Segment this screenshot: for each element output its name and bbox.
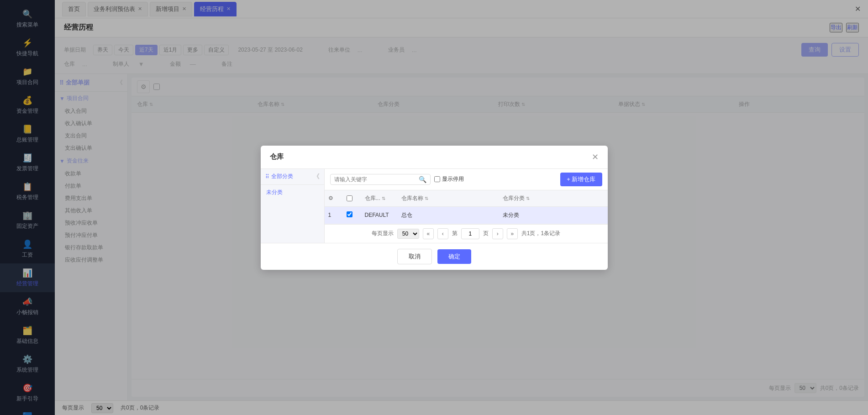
row-checkbox [347, 211, 365, 219]
modal-page-size-select[interactable]: 50 [397, 229, 419, 239]
row-category: 未分类 [503, 211, 604, 219]
sort-icon-modal-cat: ⇅ [526, 196, 530, 201]
modal-page-size-label: 每页显示 [372, 230, 394, 237]
modal-header: 仓库 ✕ [261, 146, 608, 169]
first-page-btn[interactable]: « [423, 228, 434, 239]
modal-col-gear: ⚙ [328, 195, 347, 201]
modal-table: ⚙ 仓库... ⇅ 仓库名称 ⇅ [325, 190, 608, 224]
modal-col-id: 仓库... ⇅ [365, 194, 401, 202]
modal-pagination-total: 共1页，1条记录 [521, 230, 560, 237]
modal-search-input[interactable] [334, 174, 417, 184]
modal-table-head: ⚙ 仓库... ⇅ 仓库名称 ⇅ [325, 190, 608, 207]
modal-title: 仓库 [270, 152, 284, 161]
modal-sidebar-item-uncategorized[interactable]: 未分类 [261, 185, 324, 200]
modal-col-name: 仓库名称 ⇅ [401, 194, 503, 202]
modal-sidebar-title: ⠿ 全部分类 [265, 173, 293, 180]
last-page-btn[interactable]: » [507, 228, 518, 239]
modal-close-btn[interactable]: ✕ [592, 152, 599, 162]
sort-icon-id: ⇅ [382, 196, 385, 201]
modal-toolbar: 🔍 显示停用 + 新增仓库 [325, 169, 608, 190]
page-label-prefix: 第 [452, 230, 458, 237]
show-disabled-checkbox[interactable] [434, 176, 440, 182]
modal-search-icon: 🔍 [419, 176, 426, 183]
modal-page-size-wrap: 50 [397, 229, 419, 239]
row-name: 总仓 [401, 211, 503, 219]
confirm-button[interactable]: 确定 [437, 249, 471, 264]
prev-page-btn[interactable]: ‹ [437, 228, 448, 239]
modal-select-all[interactable] [347, 195, 352, 201]
page-number-input[interactable] [461, 228, 479, 239]
gear-col-icon: ⚙ [328, 195, 333, 201]
modal-pagination: 每页显示 50 « ‹ 第 页 › » 共1页，1条记录 [325, 224, 608, 243]
next-page-btn[interactable]: › [492, 228, 503, 239]
modal-sidebar: ⠿ 全部分类 《 未分类 [261, 169, 325, 243]
modal-search-wrap: 🔍 [330, 174, 431, 185]
sort-icon-modal-name: ⇅ [425, 196, 428, 201]
cancel-button[interactable]: 取消 [397, 249, 432, 264]
row-seq: 1 [328, 212, 347, 218]
modal-col-checkbox [347, 195, 365, 201]
warehouse-modal: 仓库 ✕ ⠿ 全部分类 《 未分类 [261, 146, 608, 270]
show-disabled-wrap: 显示停用 [434, 175, 464, 183]
add-warehouse-btn[interactable]: + 新增仓库 [560, 173, 602, 186]
modal-col-category: 仓库分类 ⇅ [503, 194, 604, 202]
grid-icon-modal: ⠿ [265, 173, 269, 180]
modal-actions: 取消 确定 [261, 243, 608, 270]
show-disabled-label: 显示停用 [442, 175, 464, 183]
modal-sidebar-header: ⠿ 全部分类 《 [261, 169, 324, 185]
modal-content: 🔍 显示停用 + 新增仓库 ⚙ [325, 169, 608, 243]
row-check[interactable] [347, 211, 352, 217]
modal-sidebar-toggle[interactable]: 《 [313, 173, 320, 181]
page-label-suffix: 页 [483, 230, 489, 237]
modal-body: ⠿ 全部分类 《 未分类 🔍 [261, 169, 608, 243]
modal-overlay: 仓库 ✕ ⠿ 全部分类 《 未分类 [0, 0, 868, 415]
row-id: DEFAULT [365, 212, 401, 218]
table-row[interactable]: 1 DEFAULT 总仓 未分类 [325, 207, 608, 224]
